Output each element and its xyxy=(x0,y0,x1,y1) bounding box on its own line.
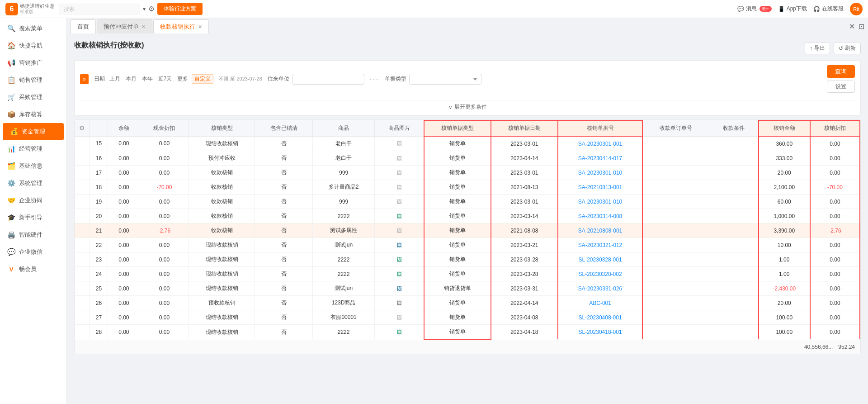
table-row: 17 0.00 0.00 收款核销 否 999 🖼 销货单 2023-03-01… xyxy=(75,166,860,180)
cell-nuclear-type: 收款核销 xyxy=(189,166,255,180)
cell-cash-discount: 0.00 xyxy=(140,195,189,209)
tab-receipt[interactable]: 收款核销执行 ✕ xyxy=(153,19,209,33)
expand-label: 展开更多条件 xyxy=(454,103,487,111)
cell-settings xyxy=(75,252,90,267)
th-settings[interactable]: ⚙ xyxy=(75,120,90,136)
sidebar-label: 库存核算 xyxy=(19,110,42,119)
cell-nuclear-discount: -70.00 xyxy=(810,180,860,195)
sidebar-item-wechat[interactable]: 💬 企业微信 xyxy=(0,243,66,261)
sidebar-item-finance[interactable]: 💰 资金管理 xyxy=(3,123,64,140)
export-btn[interactable]: ↑ 导出 xyxy=(805,42,830,54)
sidebar-item-search[interactable]: 🔍 搜索菜单 xyxy=(0,20,66,37)
sidebar-item-marketing[interactable]: 📢 营销推广 xyxy=(0,54,66,71)
cell-product: 多计量商品2 xyxy=(312,180,375,195)
from-unit-input[interactable] xyxy=(292,74,364,85)
cell-cash-discount: 0.00 xyxy=(140,281,189,296)
cell-nuclear-bill-date: 2021-08-08 xyxy=(491,223,558,238)
date-more[interactable]: 更多 xyxy=(175,74,190,84)
th-row-no xyxy=(90,120,108,136)
cell-receipt-order-no xyxy=(642,136,709,151)
cell-product-img: 🖼 xyxy=(375,281,424,296)
avatar[interactable]: Rit xyxy=(850,3,863,15)
tab-bar: 首页 预付冲应付单 ✕ 收款核销执行 ✕ ✕ ⊡ xyxy=(67,18,868,35)
tab-prepay[interactable]: 预付冲应付单 ✕ xyxy=(97,19,152,33)
column-settings-icon[interactable]: ⚙ xyxy=(79,124,85,132)
cell-balance: 0.00 xyxy=(108,325,140,340)
cell-balance: 0.00 xyxy=(108,238,140,252)
collab-icon: 🤝 xyxy=(7,196,15,204)
cell-cash-discount: 0.00 xyxy=(140,166,189,180)
cell-product: 老白干 xyxy=(312,151,375,166)
date-this-year[interactable]: 本年 xyxy=(140,74,155,84)
cell-receipt-order-no xyxy=(642,325,709,340)
date-quick-links: 上月 本月 本年 近7天 更多 自定义 xyxy=(108,74,214,84)
tab-receipt-close[interactable]: ✕ xyxy=(198,24,202,30)
app-download-btn[interactable]: 📱 App下载 xyxy=(778,5,807,13)
cell-receipt-order-no xyxy=(642,296,709,310)
cell-balance: 0.00 xyxy=(108,180,140,195)
sidebar-item-member[interactable]: V 畅会员 xyxy=(0,261,66,278)
cell-product: 测试多属性 xyxy=(312,223,375,238)
cell-product: 123D商品 xyxy=(312,296,375,310)
cell-cash-discount: 0.00 xyxy=(140,209,189,223)
sidebar-item-nav[interactable]: 🏠 快捷导航 xyxy=(0,37,66,54)
message-badge: 99+ xyxy=(760,6,772,12)
table-row: 25 0.00 0.00 现结收款核销 否 测试jun 🖼 销货退货单 2023… xyxy=(75,281,860,296)
cell-balance: 0.00 xyxy=(108,310,140,325)
date-custom[interactable]: 自定义 xyxy=(192,74,213,84)
tab-home[interactable]: 首页 xyxy=(71,19,96,33)
cell-settings xyxy=(75,267,90,281)
cell-cash-discount: 0.00 xyxy=(140,325,189,340)
message-btn[interactable]: 💬 消息 99+ xyxy=(737,5,772,13)
sidebar-label: 企业协同 xyxy=(19,196,42,204)
bill-type-select[interactable] xyxy=(409,74,481,85)
cell-nuclear-discount: 0.00 xyxy=(810,267,860,281)
sidebar-item-guide[interactable]: 🎓 新手引导 xyxy=(0,209,66,226)
sidebar-item-system[interactable]: ⚙️ 系统管理 xyxy=(0,175,66,192)
online-service-btn[interactable]: 🎧 在线客服 xyxy=(813,5,844,13)
filter-more-dots[interactable]: ··· xyxy=(370,74,379,84)
table-row: 22 0.00 0.00 现结收款核销 否 测试jun 🖼 销货单 2023-0… xyxy=(75,238,860,252)
sidebar-item-collab[interactable]: 🤝 企业协同 xyxy=(0,192,66,209)
th-nuclear-bill-date: 核销单据日期 xyxy=(491,120,558,136)
query-btn[interactable]: 查询 xyxy=(827,65,855,78)
search-dropdown-btn[interactable]: ▾ xyxy=(143,6,146,12)
table-row: 19 0.00 0.00 收款核销 否 999 🖼 销货单 2023-03-01… xyxy=(75,195,860,209)
cell-balance: 0.00 xyxy=(108,195,140,209)
sidebar: 🔍 搜索菜单 🏠 快捷导航 📢 营销推广 📋 销售管理 🛒 采购管理 📦 库存核… xyxy=(0,18,67,404)
cell-row-no: 15 xyxy=(90,136,108,151)
th-receipt-order-no: 收款单订单号 xyxy=(642,120,709,136)
cell-nuclear-bill-date: 2023-03-01 xyxy=(491,195,558,209)
cell-nuclear-amount: 1,000.00 xyxy=(759,209,810,223)
sidebar-item-basic-info[interactable]: 🗂️ 基础信息 xyxy=(0,157,66,175)
top-bar: 6 畅捷通谱好生意 标准版 ▾ ⚙ 体验行业方案 💬 消息 99+ 📱 App下… xyxy=(0,0,868,18)
solution-button[interactable]: 体验行业方案 xyxy=(157,3,203,15)
filter-settings-btn[interactable]: 设置 xyxy=(827,81,855,93)
expand-conditions-btn[interactable]: ∨ 展开更多条件 xyxy=(80,100,855,111)
refresh-btn[interactable]: ↺ 刷新 xyxy=(834,42,861,54)
page-content: 收款核销执行(按收款) ↑ 导出 ↺ 刷新 » 日期 xyxy=(67,35,868,404)
tab-close-all-btn[interactable]: ✕ xyxy=(849,22,855,31)
cell-nuclear-discount: 0.00 xyxy=(810,195,860,209)
cell-receipt-condition xyxy=(709,296,758,310)
search-input[interactable] xyxy=(59,4,140,14)
sidebar-item-hardware[interactable]: 🖨️ 智能硬件 xyxy=(0,226,66,243)
sidebar-item-inventory[interactable]: 📦 库存核算 xyxy=(0,106,66,123)
th-balance: 余额 xyxy=(108,120,140,136)
sidebar-item-purchase[interactable]: 🛒 采购管理 xyxy=(0,89,66,106)
sidebar-label: 智能硬件 xyxy=(19,231,42,239)
date-last-month[interactable]: 上月 xyxy=(108,74,122,84)
tab-prepay-close[interactable]: ✕ xyxy=(142,24,146,30)
filter-collapse-btn[interactable]: » xyxy=(80,74,89,84)
date-this-month[interactable]: 本月 xyxy=(124,74,138,84)
date-7days[interactable]: 近7天 xyxy=(156,74,174,84)
cell-nuclear-bill-date: 2021-08-13 xyxy=(491,180,558,195)
tab-maximize-btn[interactable]: ⊡ xyxy=(859,22,864,31)
cell-nuclear-type: 收款核销 xyxy=(189,209,255,223)
settings-icon[interactable]: ⚙ xyxy=(148,5,155,13)
cell-nuclear-bill-date: 2022-04-14 xyxy=(491,296,558,310)
sidebar-item-sales[interactable]: 📋 销售管理 xyxy=(0,71,66,89)
cell-nuclear-amount: 3,390.00 xyxy=(759,223,810,238)
cell-product: 衣服00001 xyxy=(312,310,375,325)
sidebar-item-management[interactable]: 📊 经营管理 xyxy=(0,140,66,157)
